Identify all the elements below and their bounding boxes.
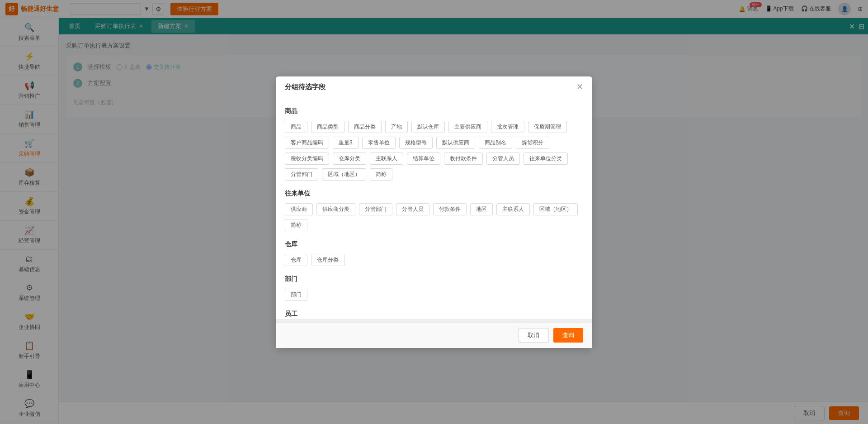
field-tag-product-18[interactable]: 结算单位 <box>407 152 440 165</box>
section-title-employee: 员工 <box>285 310 583 318</box>
field-tag-product-2[interactable]: 商品分类 <box>348 121 382 133</box>
field-tag-product-23[interactable]: 区域（地区） <box>322 168 366 181</box>
section-title-partner: 往来单位 <box>285 190 583 198</box>
field-tag-product-11[interactable]: 规格型号 <box>399 137 433 149</box>
field-tag-product-14[interactable]: 炼货积分 <box>516 137 549 149</box>
section-title-warehouse: 仓库 <box>285 240 583 248</box>
field-tag-product-9[interactable]: 重量3 <box>333 137 359 149</box>
field-tag-product-24[interactable]: 简称 <box>370 168 392 181</box>
field-tag-product-4[interactable]: 默认仓库 <box>411 121 445 133</box>
field-tag-partner-1[interactable]: 供应商分类 <box>316 203 355 215</box>
field-tag-product-12[interactable]: 默认供应商 <box>436 137 475 149</box>
modal-header: 分组待选字段 ✕ <box>276 76 592 98</box>
field-tag-product-1[interactable]: 商品类型 <box>311 121 344 133</box>
modal-overlay: 分组待选字段 ✕ 商品商品商品类型商品分类产地默认仓库主要供应商批次管理保质期管… <box>0 0 868 424</box>
field-tag-partner-8[interactable]: 简称 <box>285 219 307 231</box>
field-tag-product-22[interactable]: 分管部门 <box>285 168 318 181</box>
modal-body[interactable]: 商品商品商品类型商品分类产地默认仓库主要供应商批次管理保质期管理客户商品编码重量… <box>276 98 592 319</box>
field-tag-partner-0[interactable]: 供应商 <box>285 203 313 215</box>
section-title-product: 商品 <box>285 107 583 115</box>
field-tag-product-8[interactable]: 客户商品编码 <box>285 137 329 149</box>
field-tag-product-6[interactable]: 批次管理 <box>491 121 524 133</box>
modal-footer: 取消 查询 <box>276 322 592 348</box>
field-tags-partner: 供应商供应商分类分管部门分管人员付款条件地区主联系人区域（地区）简称 <box>285 203 583 231</box>
field-tag-product-20[interactable]: 分管人员 <box>486 152 520 165</box>
modal-cancel-button[interactable]: 取消 <box>518 328 549 343</box>
field-tag-partner-6[interactable]: 主联系人 <box>496 203 530 215</box>
field-tag-product-5[interactable]: 主要供应商 <box>448 121 487 133</box>
field-tag-product-3[interactable]: 产地 <box>385 121 408 133</box>
field-tag-partner-4[interactable]: 付款条件 <box>433 203 467 215</box>
field-tag-product-16[interactable]: 仓库分类 <box>333 152 366 165</box>
field-tag-partner-7[interactable]: 区域（地区） <box>533 203 578 215</box>
field-tag-product-21[interactable]: 往来单位分类 <box>524 152 568 165</box>
field-tag-department-0[interactable]: 部门 <box>285 289 307 301</box>
field-tag-warehouse-0[interactable]: 仓库 <box>285 254 307 266</box>
field-tag-product-7[interactable]: 保质期管理 <box>528 121 567 133</box>
field-tag-warehouse-1[interactable]: 仓库分类 <box>311 254 344 266</box>
field-select-modal: 分组待选字段 ✕ 商品商品商品类型商品分类产地默认仓库主要供应商批次管理保质期管… <box>276 76 592 348</box>
modal-title: 分组待选字段 <box>285 83 326 91</box>
field-tags-department: 部门 <box>285 289 583 301</box>
field-tag-product-0[interactable]: 商品 <box>285 121 307 133</box>
field-tag-product-19[interactable]: 收付款条件 <box>444 152 483 165</box>
field-tags-product: 商品商品类型商品分类产地默认仓库主要供应商批次管理保质期管理客户商品编码重量3零… <box>285 121 583 181</box>
field-tags-warehouse: 仓库仓库分类 <box>285 254 583 266</box>
modal-close-button[interactable]: ✕ <box>576 83 583 91</box>
field-tag-product-10[interactable]: 零售单位 <box>362 137 396 149</box>
field-tag-product-13[interactable]: 商品别名 <box>479 137 512 149</box>
field-tag-product-15[interactable]: 税收分类编码 <box>285 152 329 165</box>
field-tag-partner-5[interactable]: 地区 <box>470 203 493 215</box>
field-tag-product-17[interactable]: 主联系人 <box>370 152 403 165</box>
section-title-department: 部门 <box>285 275 583 283</box>
modal-confirm-button[interactable]: 查询 <box>553 328 583 343</box>
field-tag-partner-3[interactable]: 分管人员 <box>396 203 429 215</box>
field-tag-partner-2[interactable]: 分管部门 <box>359 203 392 215</box>
